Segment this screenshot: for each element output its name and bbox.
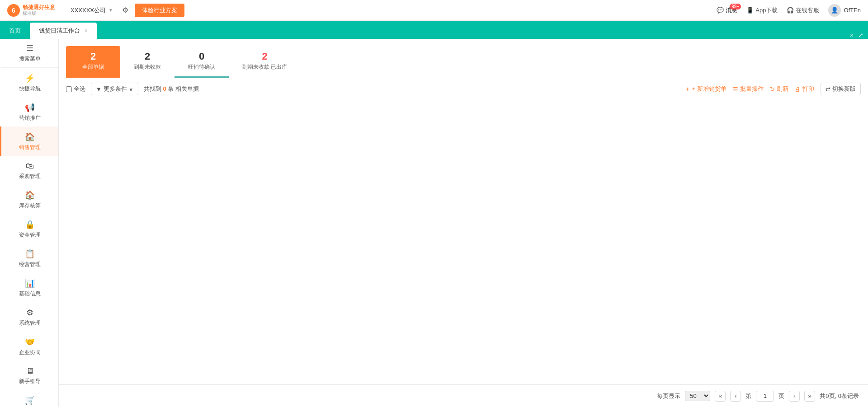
add-sales-order-button[interactable]: ＋ + 新增销货单 — [684, 85, 726, 93]
work-tab-overdue-label: 到期未收款 — [134, 63, 161, 71]
operations-icon: 📋 — [25, 249, 35, 259]
add-label: + 新增销货单 — [692, 85, 726, 93]
sidebar-search-label: 搜索菜单 — [19, 55, 41, 63]
sidebar-item-operations[interactable]: 📋 经营管理 — [0, 243, 58, 273]
print-label: 打印 — [802, 85, 814, 93]
last-page-button[interactable]: » — [804, 391, 815, 402]
switch-new-version-button[interactable]: ⇄ 切换新版 — [821, 83, 861, 95]
logo-title: 畅捷通好生意 — [23, 4, 55, 10]
finance-icon: 🔒 — [25, 220, 35, 229]
first-page-button[interactable]: « — [715, 391, 726, 402]
app-download-label: App下载 — [755, 6, 778, 14]
sidebar-system-label: 系统管理 — [19, 319, 41, 327]
batch-label: 批量操作 — [740, 85, 764, 93]
work-tab-label: 钱货日清工作台 — [39, 27, 80, 35]
avatar: 👤 — [828, 4, 841, 17]
work-tab-overdue-shipped-label: 到期未收款 已出库 — [242, 63, 287, 71]
work-tabs: 2 全部单据 2 到期未收款 0 旺辅待确认 2 到期未收款 已出库 — [59, 39, 868, 78]
sidebar-item-inventory[interactable]: 🏠 库存核算 — [0, 185, 58, 214]
result-count: 0 — [163, 85, 166, 92]
sidebar-item-finance[interactable]: 🔒 资金管理 — [0, 214, 58, 243]
sidebar-item-collab[interactable]: 🤝 企业协同 — [0, 332, 58, 361]
sidebar-item-purchase[interactable]: 🛍 采购管理 — [0, 156, 58, 185]
refresh-label: 刷新 — [777, 85, 788, 93]
page-input[interactable] — [756, 391, 774, 402]
window-close-icon[interactable]: × — [850, 32, 854, 39]
result-prefix: 共找到 — [144, 85, 161, 92]
sidebar-sales-label: 销售管理 — [19, 144, 41, 151]
toolbar-right: ＋ + 新增销货单 ☰ 批量操作 ↻ 刷新 🖨 打印 ⇄ 切换新版 — [684, 83, 861, 95]
window-expand-icon[interactable]: ⤢ — [858, 32, 863, 39]
sidebar-item-appcenter[interactable]: 🛒 应用中心 — [0, 390, 58, 407]
message-button[interactable]: 💬 消息 99+ — [717, 6, 737, 14]
work-tab-all-label: 全部单据 — [82, 63, 104, 71]
sidebar-finance-label: 资金管理 — [19, 231, 41, 239]
tab-home[interactable]: 首页 — [0, 23, 30, 39]
sidebar-item-sales[interactable]: 🏠 销售管理 — [0, 126, 58, 156]
basicinfo-icon: 📊 — [25, 278, 35, 288]
logo-area: 6 畅捷通好生意 标准版 — [7, 4, 66, 17]
search-menu-icon: ☰ — [26, 43, 33, 53]
table-area — [59, 100, 868, 384]
sidebar-item-quicknav[interactable]: ⚡ 快捷导航 — [0, 68, 58, 97]
sidebar-operations-label: 经营管理 — [19, 261, 41, 268]
page-suffix: 页 — [778, 392, 784, 400]
prev-page-button[interactable]: ‹ — [730, 391, 741, 402]
message-icon: 💬 — [717, 7, 724, 14]
batch-operation-button[interactable]: ☰ 批量操作 — [733, 85, 764, 93]
home-tab-label: 首页 — [9, 27, 21, 35]
tab-nav-controls: × ⤢ — [850, 32, 868, 39]
filter-label: 更多条件 — [104, 85, 127, 93]
work-tab-pending[interactable]: 0 旺辅待确认 — [175, 46, 229, 78]
select-all-input[interactable] — [66, 86, 72, 92]
sidebar-item-search[interactable]: ☰ 搜索菜单 — [0, 39, 58, 68]
tab-work[interactable]: 钱货日清工作台 × — [30, 23, 97, 39]
purchase-icon: 🛍 — [26, 161, 34, 171]
settings-icon[interactable]: ⚙ — [122, 6, 128, 14]
print-icon: 🖨 — [795, 86, 801, 93]
work-tab-all[interactable]: 2 全部单据 — [66, 46, 120, 78]
sidebar-item-system[interactable]: ⚙ 系统管理 — [0, 302, 58, 332]
work-tab-overdue-shipped[interactable]: 2 到期未收款 已出库 — [229, 46, 301, 78]
sidebar-marketing-label: 营销推广 — [19, 114, 41, 122]
work-tab-pending-count: 0 — [199, 51, 204, 62]
sidebar-item-basicinfo[interactable]: 📊 基础信息 — [0, 273, 58, 302]
chevron-down-icon: ▼ — [108, 8, 113, 13]
filter-chevron-icon: ∨ — [129, 86, 133, 93]
filter-button[interactable]: ▼ 更多条件 ∨ — [91, 83, 138, 95]
result-suffix: 条 相关单据 — [168, 85, 199, 92]
sidebar-item-marketing[interactable]: 📢 营销推广 — [0, 97, 58, 126]
company-name: XXXXXX公司 — [71, 6, 106, 14]
refresh-button[interactable]: ↻ 刷新 — [770, 85, 788, 93]
toolbar: 全选 ▼ 更多条件 ∨ 共找到 0 条 相关单据 ＋ + 新增销货单 ☰ 批量操… — [59, 78, 868, 100]
tab-nav: 首页 钱货日清工作台 × × ⤢ — [0, 21, 868, 39]
sidebar-quicknav-label: 快捷导航 — [19, 85, 41, 93]
online-service-button[interactable]: 🎧 在线客服 — [787, 6, 819, 14]
select-all-label: 全选 — [74, 85, 85, 93]
sidebar-basicinfo-label: 基础信息 — [19, 290, 41, 298]
inventory-icon: 🏠 — [25, 190, 35, 200]
logo-subtitle: 标准版 — [23, 11, 55, 16]
trial-button[interactable]: 体验行业方案 — [135, 4, 184, 17]
pagination: 每页显示 50 100 200 « ‹ 第 页 › » 共0页, 0条记录 — [59, 384, 868, 407]
tab-close-icon[interactable]: × — [85, 28, 88, 34]
work-tab-overdue[interactable]: 2 到期未收款 — [120, 46, 175, 78]
per-page-select[interactable]: 50 100 200 — [685, 391, 710, 401]
per-page-label: 每页显示 — [657, 392, 680, 400]
select-all-checkbox[interactable]: 全选 — [66, 85, 85, 93]
quick-nav-icon: ⚡ — [25, 73, 35, 83]
sidebar-item-guide[interactable]: 🖥 新手引导 — [0, 361, 58, 390]
refresh-icon: ↻ — [770, 86, 775, 93]
headset-icon: 🎧 — [787, 7, 794, 14]
next-page-button[interactable]: › — [789, 391, 800, 402]
sidebar-guide-label: 新手引导 — [19, 378, 41, 385]
content-area: 2 全部单据 2 到期未收款 0 旺辅待确认 2 到期未收款 已出库 — [59, 39, 868, 407]
online-service-label: 在线客服 — [796, 6, 819, 14]
header-right: 💬 消息 99+ 📱 App下载 🎧 在线客服 👤 OfTEn — [717, 4, 861, 17]
print-button[interactable]: 🖨 打印 — [795, 85, 814, 93]
user-info[interactable]: 👤 OfTEn — [828, 4, 861, 17]
company-selector[interactable]: XXXXXX公司 ▼ — [66, 5, 118, 16]
app-download-button[interactable]: 📱 App下载 — [746, 6, 778, 14]
main-layout: ☰ 搜索菜单 ⚡ 快捷导航 📢 营销推广 🏠 销售管理 🛍 采购管理 🏠 库存核… — [0, 39, 868, 407]
user-avatar-icon: 👤 — [831, 7, 838, 14]
